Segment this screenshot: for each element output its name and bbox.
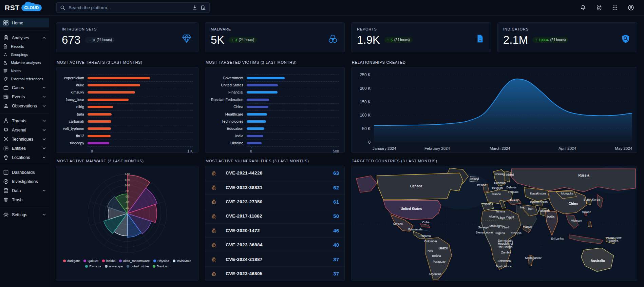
legend-item-remcos[interactable]: Remcos: [85, 264, 101, 268]
bug-icon: [211, 256, 217, 262]
chevron-down-icon: [42, 96, 46, 98]
country-label-sri-lanka: Sri Lanka: [551, 237, 564, 240]
tasks-clock-icon[interactable]: [596, 4, 603, 11]
bar-label: volt_typhoon: [60, 126, 88, 130]
legend-item-akira-ransomware[interactable]: akira_ransomware: [119, 259, 150, 263]
sidebar-item-external-references[interactable]: External references: [0, 75, 49, 83]
stat-card-malware[interactable]: MALWARE5K↑3(24 hours): [205, 22, 345, 52]
cve-id: CVE-2023-38831: [226, 185, 263, 190]
advanced-search-icon[interactable]: [201, 5, 206, 11]
stat-card-title: INTRUSION SETS: [62, 27, 193, 31]
bar-ukraine: [247, 142, 262, 144]
polar-ring-label: 120: [125, 178, 130, 182]
panel-title: MOST ACTIVE VULNERABILITIES (3 LAST MONT…: [206, 159, 345, 163]
threats-icon: [3, 118, 9, 124]
legend-label: Remcos: [89, 264, 101, 268]
bar-row-government: Government: [209, 74, 339, 81]
vulnerability-row-cve-2023-27350[interactable]: CVE-2023-2735061: [205, 195, 344, 209]
search-input[interactable]: [69, 5, 189, 10]
sidebar-item-trash[interactable]: Trash: [0, 195, 49, 204]
sidebar-item-investigations[interactable]: Investigations: [0, 177, 49, 186]
sidebar-item-label: Observations: [12, 104, 37, 108]
legend-item-lockbit[interactable]: lockbit: [102, 259, 115, 263]
sidebar-item-label: Home: [12, 21, 23, 25]
sidebar-item-label: Cases: [12, 85, 24, 90]
legend-dot: [83, 260, 86, 262]
legend-item-qakbot[interactable]: QakBot: [83, 259, 98, 263]
y-tick-label: 0: [368, 140, 371, 145]
sidebar-item-analyses[interactable]: Analyses: [0, 33, 49, 42]
vulnerability-row-cve-2023-46805[interactable]: CVE-2023-4680537: [205, 267, 344, 281]
polar-ring-label: 60: [126, 194, 129, 198]
sidebar-item-data[interactable]: Data: [0, 186, 49, 195]
sidebar-item-groupings[interactable]: Groupings: [0, 50, 49, 59]
sidebar-item-label: Trash: [12, 198, 23, 202]
biohazard-icon: [327, 34, 338, 46]
sidebar-item-malware-analyses[interactable]: Malware analyses: [0, 59, 49, 67]
sidebar-item-observations[interactable]: Observations: [0, 101, 49, 110]
logo-cloud-badge: CLOUD: [21, 4, 42, 11]
country-label-denmark: Denmark: [494, 181, 506, 185]
bug-icon: [211, 199, 217, 205]
sidebar-item-events[interactable]: Events: [0, 92, 49, 101]
settings-icon: [3, 212, 9, 218]
vulnerability-row-cve-2023-36884[interactable]: CVE-2023-3688440: [205, 238, 344, 252]
country-label-iraq: Iraq: [520, 206, 525, 209]
country-label-russia: Russia: [579, 173, 589, 177]
vulnerability-row-cve-2024-21887[interactable]: CVE-2024-2188737: [205, 252, 344, 266]
entities-icon: [3, 145, 9, 151]
stat-card-reports[interactable]: REPORTS1.9K↑5(24 hours): [351, 22, 491, 52]
legend-item-bianlian[interactable]: BianLian: [153, 264, 169, 268]
bulk-search-icon[interactable]: [192, 5, 197, 11]
cve-id: CVE-2023-36884: [226, 242, 263, 247]
legend-item-cobalt-strike[interactable]: cobalt_strike: [127, 264, 149, 268]
x-tick-max: 500: [333, 149, 339, 153]
polar-chart-svg: 20406080100120140: [56, 166, 198, 257]
stat-cards-row: INTRUSION SETS673→0(24 hours)MALWARE5K↑3…: [56, 22, 637, 60]
stat-card-intrusion-sets[interactable]: INTRUSION SETS673→0(24 hours): [56, 22, 198, 52]
bar-label: oilrig: [60, 105, 88, 109]
vulnerability-row-cve-2017-11882[interactable]: CVE-2017-1188250: [205, 209, 344, 223]
sidebar-item-cases[interactable]: Cases: [0, 83, 49, 92]
cve-count: 37: [333, 257, 339, 262]
sidebar-item-home[interactable]: Home: [0, 18, 49, 27]
sidebar-item-notes[interactable]: Notes: [0, 67, 49, 75]
bar-china: [247, 106, 268, 108]
panel-most-active-malware: MOST ACTIVE MALWARE (3 LAST MONTHS) 2040…: [56, 159, 198, 281]
legend-item-darkgate[interactable]: darkgate: [63, 259, 80, 263]
sidebar-item-dashboards[interactable]: Dashboards: [0, 168, 49, 177]
bug-icon: [211, 242, 217, 248]
legend-item-noescape[interactable]: noescape: [105, 264, 123, 268]
sidebar-item-settings[interactable]: Settings: [0, 210, 49, 219]
bar-label: China: [209, 105, 247, 109]
bar-row-oilrig: oilrig: [60, 103, 193, 110]
account-icon[interactable]: [627, 4, 634, 11]
apps-grid-icon[interactable]: [612, 4, 618, 11]
sidebar-item-techniques[interactable]: Techniques: [0, 135, 49, 144]
sidebar-item-arsenal[interactable]: Arsenal: [0, 125, 49, 135]
search-icon: [60, 5, 65, 11]
sidebar-item-reports[interactable]: Reports: [0, 42, 49, 50]
vulnerability-row-cve-2023-38831[interactable]: CVE-2023-3883162: [205, 180, 344, 194]
country-label-mexico: Mexico: [393, 222, 403, 226]
bar-healthcare: [247, 113, 267, 116]
stat-card-indicators[interactable]: INDICATORS2.1M↑10994(24 hours): [497, 22, 637, 52]
sidebar-item-threats[interactable]: Threats: [0, 116, 49, 125]
notifications-bell-icon[interactable]: [580, 4, 587, 11]
country-label-guatemala: Guatemala: [408, 228, 422, 231]
vulnerability-row-cve-2021-44228[interactable]: CVE-2021-4422863: [205, 166, 344, 180]
global-search[interactable]: [56, 2, 210, 13]
external-references-icon: [3, 77, 8, 81]
bar-row-education: Education: [209, 125, 339, 132]
legend-item-invisimole[interactable]: InvisiMole: [173, 259, 191, 263]
arsenal-icon: [3, 127, 9, 133]
sidebar-item-entities[interactable]: Entities: [0, 144, 49, 153]
bar-carbanak: [88, 120, 111, 123]
panel-targeted-countries: TARGETED COUNTRIES (3 LAST MONTHS) Canad…: [351, 159, 637, 281]
malware-analyses-icon: [3, 60, 8, 65]
sidebar-item-label: Data: [12, 188, 21, 193]
vulnerability-row-cve-2020-1472[interactable]: CVE-2020-147246: [205, 224, 344, 238]
legend-item-rhysida[interactable]: Rhysida: [153, 259, 169, 263]
sidebar-item-locations[interactable]: Locations: [0, 153, 49, 162]
rst-cloud-logo[interactable]: RST CLOUD: [5, 4, 50, 12]
